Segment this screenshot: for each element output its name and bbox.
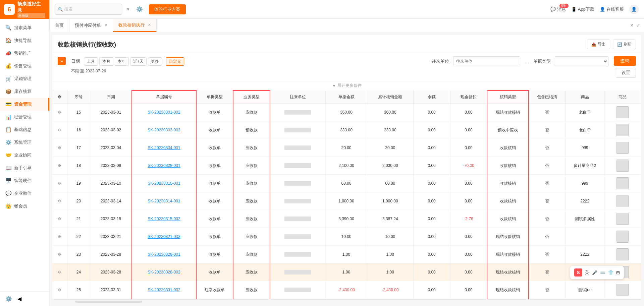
online-service-action[interactable]: 👤 在线客服 [600,6,624,12]
page-actions: 📤 导出 🔄 刷新 [587,40,636,49]
receipt-link[interactable]: SK-20230314-001 [148,199,180,203]
cell-no: 22 [67,228,90,246]
cell-date: 2023-03-31 [90,281,132,299]
refresh-button[interactable]: 🔄 刷新 [613,40,636,49]
date-option-上月[interactable]: 上月 [84,57,98,66]
row-settings-icon[interactable]: ⚙ [58,217,61,221]
date-option-本年[interactable]: 本年 [115,57,129,66]
sidebar-item-corp[interactable]: 🤝企业协同 [0,149,49,162]
tab-close-advance-payment[interactable]: ✕ [104,23,107,27]
filter-expand-button[interactable]: » [58,57,66,65]
cell-writeoff_type: 现结收款核销 [487,228,529,246]
tab-collection-writeoff[interactable]: 收款核销执行✕ [113,19,157,32]
cell-balance: 0.00 [413,210,450,228]
tab-advance-payment[interactable]: 预付冲应付单✕ [69,19,113,32]
user-avatar[interactable]: 👤 [629,5,639,14]
row-settings-icon[interactable]: ⚙ [58,181,61,186]
row-settings-icon[interactable]: ⚙ [58,128,61,132]
sidebar-item-finance[interactable]: 💳资金管理 [0,98,49,111]
header-gear-icon[interactable]: ⚙️ [134,4,145,15]
receipt-link[interactable]: SK-20230301-002 [148,110,180,115]
sidebar-item-guide[interactable]: 📖新手引导 [0,162,49,174]
sidebar-item-label: 库存核算 [14,88,32,95]
cell-biz_type: 预收款 [233,121,270,139]
receipt-type-select[interactable] [555,56,608,66]
sidebar-item-hardware[interactable]: 🖥️智能硬件 [0,174,49,187]
receipt-link[interactable]: SK-20230321-003 [148,234,180,239]
row-settings-icon[interactable]: ⚙ [58,110,61,115]
receipt-link[interactable]: SK-20230328-002 [148,270,180,274]
solution-button[interactable]: 体验行业方案 [149,4,186,14]
grid-icon[interactable]: ⊞ [616,270,620,275]
receipt-link[interactable]: SK-20230315-002 [148,217,180,221]
cell-writeoff_type: 现结收款核销 [487,246,529,263]
receipt-link[interactable]: SK-20230304-001 [148,145,180,150]
row-settings-icon[interactable]: ⚙ [58,288,61,292]
sidebar-item-basic[interactable]: 📋基础信息 [0,123,49,136]
cell-cash_discount: 0.00 [450,228,487,246]
cell-biz_type: 应收款 [233,228,270,246]
collapse-icon[interactable]: ◀ [17,296,21,302]
header-search[interactable]: 🔍 搜索 [55,4,122,15]
sidebar-item-member[interactable]: 👑畅会员 [0,200,49,212]
custom-date-btn[interactable]: 自定义 [166,57,184,66]
setting-button[interactable]: 设置 [616,68,636,78]
receipt-link[interactable]: SK-20230310-001 [148,181,180,186]
expand-more-icon: ▼ [332,83,336,88]
receipt-link[interactable]: SK-20230302-002 [148,128,180,132]
row-settings-icon[interactable]: ⚙ [58,252,61,257]
row-settings-icon[interactable]: ⚙ [58,163,61,168]
message-action[interactable]: 💬 消息 99+ [550,6,566,12]
expand-more-bar[interactable]: ▼ 展开更多条件 [52,81,641,90]
sidebar-item-quicknav[interactable]: 🏠快捷导航 [0,34,49,47]
sidebar-item-purchase[interactable]: 🛒采购管理 [0,72,49,85]
export-button[interactable]: 📤 导出 [587,40,610,49]
cell-settings: ⚙ [52,281,67,299]
col-header-amount: 单据金额 [326,90,367,104]
receipt-link[interactable]: SK-20230328-001 [148,252,180,257]
sidebar-item-operations[interactable]: 📊经营管理 [0,111,49,123]
cell-biz_type: 应收款 [233,192,270,210]
date-option-近7天[interactable]: 近7天 [130,57,147,66]
cell-settings: ⚙ [52,192,67,210]
cell-goods2 [604,192,641,210]
cell-goods: 测试多属性 [566,210,604,228]
app-download-action[interactable]: 📱 App下载 [571,6,594,12]
row-settings-icon[interactable]: ⚙ [58,145,61,150]
row-settings-icon[interactable]: ⚙ [58,270,61,274]
sidebar-item-system[interactable]: ⚙️系统管理 [0,136,49,149]
receipt-link[interactable]: SK-20230308-001 [148,163,180,168]
tab-home[interactable]: 首页 [50,19,69,32]
settings-icon[interactable]: ⚙️ [5,296,12,302]
cell-counterparty [270,104,325,121]
cell-receipt_type: 收款单 [196,139,233,157]
sidebar-item-inventory[interactable]: 📦库存核算 [0,85,49,98]
search-button[interactable]: 查询 [614,56,636,66]
col-header-cash_discount: 现金折扣 [450,90,487,104]
window-close-icon[interactable]: ✕ [630,23,634,28]
mic-icon[interactable]: 🎤 [592,270,597,275]
cell-balance: 0.00 [413,157,450,175]
sidebar-item-search[interactable]: 🔍搜索菜单 [0,21,49,34]
sidebar-item-marketing[interactable]: 📣营销推广 [0,47,49,60]
receipt-type-label: 单据类型 [533,58,551,64]
date-option-本月[interactable]: 本月 [99,57,113,66]
shirt-icon[interactable]: 👕 [608,270,613,275]
date-option-更多[interactable]: 更多 [148,57,162,66]
horizontal-scrollbar[interactable] [52,299,641,303]
receipt-link[interactable]: SK-20230331-002 [148,288,180,292]
row-settings-icon[interactable]: ⚙ [58,234,61,239]
keyboard-icon[interactable]: ⌨️ [600,270,605,275]
cell-biz_type: 应收款 [233,175,270,192]
tab-close-collection-writeoff[interactable]: ✕ [148,23,151,27]
row-settings-icon[interactable]: ⚙ [58,199,61,203]
cell-writeoff_amount: 20.00 [367,139,413,157]
counterparty-input[interactable] [453,56,520,66]
window-maximize-icon[interactable]: ⤢ [636,23,640,28]
cell-date: 2023-03-28 [90,246,132,263]
header-dropdown-icon[interactable]: ▼ [126,7,130,12]
cell-amount: 10.00 [326,228,367,246]
sidebar-item-wechat[interactable]: 💬企业微信 [0,187,49,200]
sidebar-item-sales[interactable]: 💰销售管理 [0,60,49,72]
more-conditions-icon[interactable]: ... [524,58,529,65]
